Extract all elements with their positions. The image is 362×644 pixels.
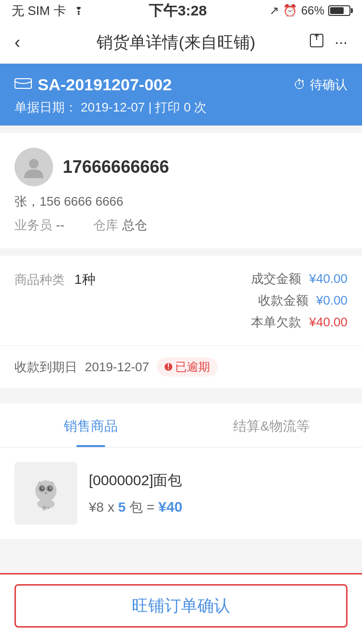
due-date: 2019-12-07	[85, 360, 149, 375]
product-name: [0000002]面包	[89, 471, 348, 490]
product-thumbnail: 督+	[14, 462, 77, 525]
bottom-bar: 旺铺订单确认	[0, 573, 362, 644]
wifi-icon	[71, 3, 86, 18]
divider-1	[0, 248, 362, 256]
order-date-info: 单据日期： 2019-12-07 | 打印 0 次	[14, 99, 348, 116]
svg-point-9	[42, 488, 43, 489]
product-list: 督+ [0000002]面包 ¥8 x 5 包 = ¥40	[0, 448, 362, 540]
quantity: 5	[118, 500, 126, 515]
back-icon: ‹	[14, 32, 20, 52]
overdue-icon: !	[165, 363, 172, 371]
carrier-label: 无 SIM 卡	[12, 2, 66, 19]
customer-card: 17666666666 张，156 6666 6666 业务员 -- 仓库 总仓	[0, 133, 362, 248]
summary-card: 商品种类 1种 成交金额 ¥40.00 收款金额 ¥0.00 本单欠款 ¥40.…	[0, 256, 362, 345]
svg-text:督+: 督+	[42, 505, 50, 511]
tabs: 销售商品 结算&物流等	[0, 404, 362, 448]
status-left: 无 SIM 卡	[12, 2, 86, 19]
product-info: [0000002]面包 ¥8 x 5 包 = ¥40	[89, 471, 348, 517]
tab-sales-products[interactable]: 销售商品	[0, 404, 181, 447]
svg-point-10	[50, 488, 51, 489]
deal-amount-row: 成交金额 ¥40.00	[251, 270, 348, 287]
product-price: ¥8 x 5 包 = ¥40	[89, 498, 348, 517]
order-header-top: SA-20191207-002 ⏱ 待确认	[14, 75, 348, 94]
more-icon[interactable]: ···	[334, 33, 348, 51]
avatar	[14, 148, 53, 186]
customer-top: 17666666666	[14, 148, 348, 186]
customer-name-phone: 张，156 6666 6666	[14, 193, 348, 210]
page-title: 销货单详情(来自旺铺)	[43, 31, 308, 54]
nav-actions: ···	[308, 32, 348, 53]
svg-point-3	[29, 159, 39, 168]
svg-point-0	[78, 13, 80, 15]
due-date-card: 收款到期日 2019-12-07 ! 已逾期	[0, 345, 362, 388]
owed-amount-row: 本单欠款 ¥40.00	[251, 314, 348, 331]
nav-bar: ‹ 销货单详情(来自旺铺) ···	[0, 21, 362, 64]
tab-settlement[interactable]: 结算&物流等	[181, 404, 362, 447]
customer-phone: 17666666666	[63, 157, 169, 177]
order-icon	[14, 75, 32, 94]
order-number: SA-20191207-002	[14, 75, 172, 94]
total-price: ¥40	[158, 499, 182, 515]
divider-2	[0, 388, 362, 396]
summary-product-type: 商品种类 1种	[14, 270, 181, 289]
alarm-icon: ⏰	[283, 4, 297, 17]
salesman-item: 业务员 --	[14, 217, 64, 234]
status-right: ↗ ⏰ 66%	[269, 4, 350, 17]
back-button[interactable]: ‹	[14, 32, 43, 53]
confirm-button[interactable]: 旺铺订单确认	[14, 584, 348, 628]
battery-icon	[328, 5, 350, 16]
due-label: 收款到期日	[14, 359, 77, 376]
customer-meta: 业务员 -- 仓库 总仓	[14, 217, 348, 234]
overdue-badge: ! 已逾期	[157, 357, 218, 377]
share-icon[interactable]	[308, 32, 325, 53]
location-icon: ↗	[269, 4, 279, 17]
status-time: 下午3:28	[149, 1, 207, 21]
status-clock-icon: ⏱	[293, 77, 306, 92]
warehouse-item: 仓库 总仓	[93, 217, 147, 234]
order-status: ⏱ 待确认	[293, 76, 348, 93]
received-amount-row: 收款金额 ¥0.00	[258, 292, 348, 309]
order-header-card: SA-20191207-002 ⏱ 待确认 单据日期： 2019-12-07 |…	[0, 64, 362, 126]
battery-percent: 66%	[301, 4, 324, 17]
summary-amounts: 成交金额 ¥40.00 收款金额 ¥0.00 本单欠款 ¥40.00	[181, 270, 348, 331]
table-row: 督+ [0000002]面包 ¥8 x 5 包 = ¥40	[0, 448, 362, 540]
status-bar: 无 SIM 卡 下午3:28 ↗ ⏰ 66%	[0, 0, 362, 21]
